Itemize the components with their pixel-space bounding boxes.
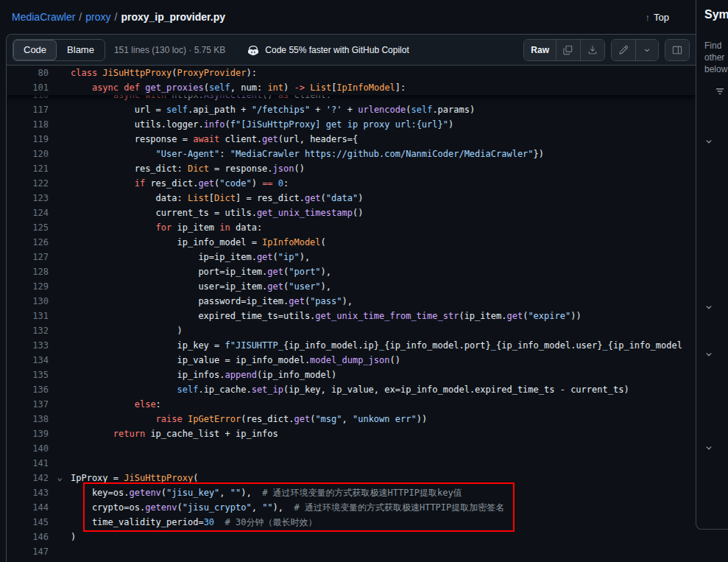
fold-chevron-icon[interactable]: ⌄ <box>49 471 71 485</box>
line-number[interactable]: 121 <box>7 161 49 176</box>
code-text: for ip_item in data: <box>71 220 262 235</box>
line-number[interactable]: 80 <box>7 66 49 80</box>
code-text: else: <box>71 397 161 412</box>
fold-gutter <box>49 530 71 544</box>
fold-gutter <box>49 66 71 80</box>
code-line: 136 self.ip_cache.set_ip(ip_key, ip_valu… <box>7 382 696 397</box>
code-line: 131 expired_time_ts=utils.get_unix_time_… <box>7 309 696 323</box>
fold-gutter <box>49 206 71 220</box>
line-number[interactable]: 125 <box>7 220 49 235</box>
line-number[interactable]: 134 <box>7 353 49 368</box>
line-number[interactable]: 144 <box>7 500 49 515</box>
line-number[interactable]: 101 <box>7 80 49 95</box>
fold-gutter <box>49 264 71 279</box>
back-to-top-link[interactable]: ↑ Top <box>646 12 669 23</box>
line-number[interactable]: 119 <box>7 132 49 147</box>
symbol-group-chevron-icon[interactable] <box>704 302 715 314</box>
breadcrumb-separator: / <box>114 11 117 23</box>
line-number[interactable]: 129 <box>7 279 49 294</box>
line-number[interactable]: 130 <box>7 294 49 309</box>
line-number[interactable]: 126 <box>7 235 49 250</box>
line-number[interactable]: 123 <box>7 191 49 206</box>
filter-icon[interactable] <box>715 86 725 99</box>
line-number[interactable]: 118 <box>7 117 49 132</box>
line-number[interactable]: 128 <box>7 264 49 279</box>
code-line: 137 else: <box>7 397 696 412</box>
code-line: 139 return ip_cache_list + ip_infos <box>7 426 696 441</box>
fold-gutter <box>49 323 71 338</box>
line-number[interactable]: 142 <box>7 471 49 485</box>
download-button[interactable] <box>580 40 604 60</box>
back-to-top-label: Top <box>654 12 669 23</box>
code-line: 142⌄IpProxy = JiSuHttpProxy( <box>7 471 696 485</box>
code-text: IpProxy = JiSuHttpProxy( <box>71 471 198 485</box>
code-line: 121 res_dict: Dict = response.json() <box>7 161 696 176</box>
code-line: 117 url = self.api_path + "/fetchips" + … <box>7 102 696 117</box>
code-line: 145 time_validity_period=30 # 30分钟（最长时效） <box>7 515 696 530</box>
arrow-up-icon: ↑ <box>646 12 651 23</box>
tab-code[interactable]: Code <box>13 40 57 60</box>
line-number[interactable]: 146 <box>7 530 49 544</box>
fold-gutter <box>49 117 71 132</box>
code-line: 126 ip_info_model = IpInfoModel( <box>7 235 696 250</box>
code-line: 80class JiSuHttpProxy(ProxyProvider): <box>7 66 696 80</box>
fold-gutter <box>49 294 71 309</box>
line-number[interactable]: 131 <box>7 309 49 323</box>
line-number[interactable]: 124 <box>7 206 49 220</box>
code-text: key=os.getenv("jisu_key", ""), # 通过环境变量的… <box>71 485 462 500</box>
code-line: 133 ip_key = f"JISUHTTP_{ip_info_model.i… <box>7 338 696 353</box>
fold-gutter <box>49 147 71 161</box>
download-icon <box>587 45 598 55</box>
line-number[interactable]: 141 <box>7 456 49 471</box>
raw-button[interactable]: Raw <box>524 40 556 60</box>
line-number[interactable]: 122 <box>7 176 49 191</box>
line-number[interactable]: 139 <box>7 426 49 441</box>
line-number[interactable]: 137 <box>7 397 49 412</box>
symbol-group-chevron-icon[interactable] <box>704 443 715 454</box>
line-number[interactable]: 145 <box>7 515 49 530</box>
fold-gutter <box>49 456 71 471</box>
line-number[interactable]: 143 <box>7 485 49 500</box>
code-line: 143 key=os.getenv("jisu_key", ""), # 通过环… <box>7 485 696 500</box>
pencil-icon <box>618 45 629 55</box>
code-text: class JiSuHttpProxy(ProxyProvider): <box>71 66 257 80</box>
line-number[interactable]: 133 <box>7 338 49 353</box>
fold-gutter <box>49 515 71 530</box>
line-number[interactable]: 138 <box>7 412 49 426</box>
copilot-banner-text: Code 55% faster with GitHub Copilot <box>265 45 409 55</box>
copilot-banner[interactable]: Code 55% faster with GitHub Copilot <box>247 44 409 56</box>
code-text: password=ip_item.get("pass"), <box>71 294 353 309</box>
copy-button[interactable] <box>556 40 580 60</box>
line-number[interactable]: 132 <box>7 323 49 338</box>
code-line: 129 user=ip_item.get("user"), <box>7 279 696 294</box>
code-line: 144 crypto=os.getenv("jisu_crypto", ""),… <box>7 500 696 515</box>
code-lines: 116 async with httpx.AsyncClient() as cl… <box>7 88 696 559</box>
line-number[interactable]: 117 <box>7 102 49 117</box>
symbols-panel: Symbols Find other below <box>696 0 728 530</box>
code-text: return ip_cache_list + ip_infos <box>71 426 278 441</box>
code-text: ip=ip_item.get("ip"), <box>71 250 310 264</box>
breadcrumb-repo-link[interactable]: MediaCrawler <box>12 11 75 23</box>
line-number[interactable]: 140 <box>7 441 49 456</box>
fold-gutter <box>49 161 71 176</box>
line-number[interactable]: 147 <box>7 544 49 559</box>
breadcrumb-dir-link[interactable]: proxy <box>85 11 110 23</box>
fold-gutter <box>49 441 71 456</box>
symbols-panel-toggle-button[interactable] <box>665 40 689 60</box>
edit-group <box>611 39 659 61</box>
code-line: 147 <box>7 544 696 559</box>
symbol-group-chevron-icon[interactable] <box>704 136 715 148</box>
line-number[interactable]: 136 <box>7 382 49 397</box>
tab-blame[interactable]: Blame <box>57 40 105 60</box>
code-line: 125 for ip_item in data: <box>7 220 696 235</box>
edit-dropdown-button[interactable] <box>635 40 658 60</box>
edit-button[interactable] <box>612 40 635 60</box>
code-text: res_dict: Dict = response.json() <box>71 161 305 176</box>
line-number[interactable]: 120 <box>7 147 49 161</box>
code-text: current_ts = utils.get_unix_timestamp() <box>71 206 363 220</box>
line-number[interactable]: 135 <box>7 368 49 382</box>
code-line: 118 utils.logger.info(f"[JiSuHttpProxy] … <box>7 117 696 132</box>
line-number[interactable]: 127 <box>7 250 49 264</box>
code-text: ip_info_model = IpInfoModel( <box>71 235 326 250</box>
symbol-group-chevron-icon[interactable] <box>704 349 715 361</box>
